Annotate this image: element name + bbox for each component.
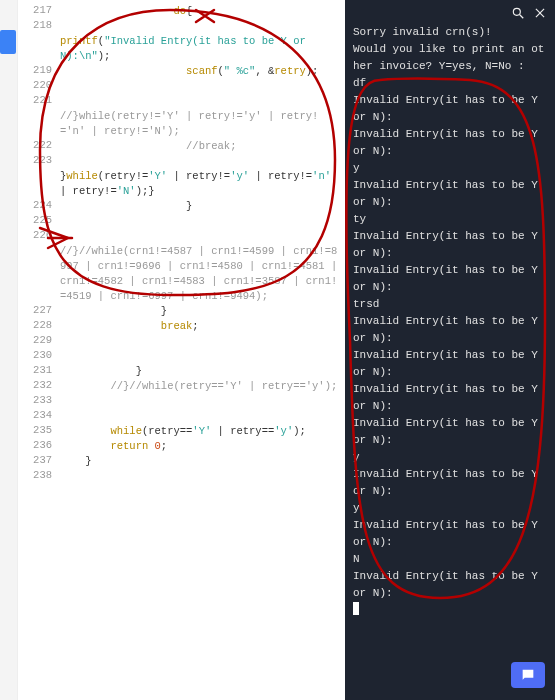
code-line[interactable]: 225	[24, 214, 339, 229]
line-number: 227	[24, 304, 52, 316]
code-line[interactable]: 221	[24, 94, 339, 109]
console-line: Invalid Entry(it has to be Y or N):	[353, 177, 547, 211]
console-line: Invalid Entry(it has to be Y or N):	[353, 381, 547, 415]
console-line: Invalid Entry(it has to be Y or N):	[353, 568, 547, 602]
code-line[interactable]: 238	[24, 469, 339, 484]
code-line[interactable]: 227 }	[24, 304, 339, 319]
code-line[interactable]: //}//while(crn1!=4587 | crn1!=4599 | crn…	[24, 244, 339, 304]
console-line: y	[353, 160, 547, 177]
line-number: 225	[24, 214, 52, 226]
code-line[interactable]: 229	[24, 334, 339, 349]
code-editor[interactable]: 217 do{218printf("Invalid Entry(it has t…	[18, 0, 345, 700]
console-line: Invalid Entry(it has to be Y or N):	[353, 313, 547, 347]
line-number: 223	[24, 154, 52, 166]
code-text: }	[60, 199, 339, 214]
console-line: Invalid Entry(it has to be Y or N):	[353, 466, 547, 500]
line-number: 232	[24, 379, 52, 391]
svg-line-1	[520, 15, 524, 19]
code-text: break;	[60, 319, 339, 334]
line-number: 236	[24, 439, 52, 451]
code-text: }	[60, 364, 339, 379]
code-line[interactable]: 237 }	[24, 454, 339, 469]
side-tab-button[interactable]	[0, 30, 16, 54]
console-line: Sorry invalid crn(s)!	[353, 24, 547, 41]
code-text: return 0;	[60, 439, 339, 454]
editor-gutter	[0, 0, 18, 700]
console-line: Invalid Entry(it has to be Y or N):	[353, 347, 547, 381]
code-text: }	[60, 304, 339, 319]
code-text: //}//while(crn1!=4587 | crn1!=4599 | crn…	[60, 244, 339, 304]
line-number: 219	[24, 64, 52, 76]
code-line[interactable]: 226	[24, 229, 339, 244]
line-number: 222	[24, 139, 52, 151]
code-line[interactable]: 218	[24, 19, 339, 34]
code-line[interactable]: 228 break;	[24, 319, 339, 334]
code-line[interactable]: printf("Invalid Entry(it has to be Y or …	[24, 34, 339, 64]
line-number: 235	[24, 424, 52, 436]
console-line: N	[353, 551, 547, 568]
console-line: trsd	[353, 296, 547, 313]
line-number: 228	[24, 319, 52, 331]
code-text: }while(retry!='Y' | retry!='y' | retry!=…	[60, 169, 339, 199]
code-text: while(retry=='Y' | retry=='y');	[60, 424, 339, 439]
line-number: 217	[24, 4, 52, 16]
code-text: scanf(" %c", &retry);	[60, 64, 339, 79]
code-text: printf("Invalid Entry(it has to be Y or …	[60, 34, 339, 64]
line-number: 224	[24, 199, 52, 211]
code-text: //break;	[60, 139, 339, 154]
console-output[interactable]: Sorry invalid crn(s)!Would you like to p…	[345, 0, 555, 700]
console-line: df	[353, 75, 547, 92]
code-line[interactable]: 234	[24, 409, 339, 424]
line-number: 238	[24, 469, 52, 481]
code-text: //}//while(retry=='Y' | retry=='y');	[60, 379, 339, 394]
svg-point-0	[513, 8, 520, 15]
close-icon[interactable]	[533, 6, 547, 20]
code-text: }	[60, 454, 339, 469]
console-line: y	[353, 449, 547, 466]
code-line[interactable]: 219 scanf(" %c", &retry);	[24, 64, 339, 79]
console-line: Invalid Entry(it has to be Y or N):	[353, 262, 547, 296]
code-line[interactable]: 217 do{	[24, 4, 339, 19]
code-text: //}while(retry!='Y' | retry!='y' | retry…	[60, 109, 339, 139]
code-line[interactable]: 236 return 0;	[24, 439, 339, 454]
chat-icon	[520, 667, 536, 683]
line-number: 226	[24, 229, 52, 241]
chat-button[interactable]	[511, 662, 545, 688]
code-line[interactable]: 222 //break;	[24, 139, 339, 154]
code-line[interactable]: 233	[24, 394, 339, 409]
code-line[interactable]: 223	[24, 154, 339, 169]
line-number: 233	[24, 394, 52, 406]
line-number: 231	[24, 364, 52, 376]
line-number: 218	[24, 19, 52, 31]
search-icon[interactable]	[511, 6, 525, 20]
code-line[interactable]: 220	[24, 79, 339, 94]
console-line: Would you like to print an other invoice…	[353, 41, 547, 75]
console-line: Invalid Entry(it has to be Y or N):	[353, 415, 547, 449]
code-line[interactable]: 224 }	[24, 199, 339, 214]
line-number: 229	[24, 334, 52, 346]
line-number: 237	[24, 454, 52, 466]
console-line: Invalid Entry(it has to be Y or N):	[353, 126, 547, 160]
code-line[interactable]: 230	[24, 349, 339, 364]
code-line[interactable]: 231 }	[24, 364, 339, 379]
code-line[interactable]: }while(retry!='Y' | retry!='y' | retry!=…	[24, 169, 339, 199]
console-line: Invalid Entry(it has to be Y or N):	[353, 517, 547, 551]
line-number: 234	[24, 409, 52, 421]
code-line[interactable]: //}while(retry!='Y' | retry!='y' | retry…	[24, 109, 339, 139]
line-number: 220	[24, 79, 52, 91]
code-text: do{	[60, 4, 339, 19]
line-number: 230	[24, 349, 52, 361]
console-line: y	[353, 500, 547, 517]
code-line[interactable]: 232 //}//while(retry=='Y' | retry=='y');	[24, 379, 339, 394]
line-number: 221	[24, 94, 52, 106]
code-line[interactable]: 235 while(retry=='Y' | retry=='y');	[24, 424, 339, 439]
console-line: ty	[353, 211, 547, 228]
console-line: Invalid Entry(it has to be Y or N):	[353, 92, 547, 126]
console-line: Invalid Entry(it has to be Y or N):	[353, 228, 547, 262]
console-cursor	[353, 602, 359, 615]
